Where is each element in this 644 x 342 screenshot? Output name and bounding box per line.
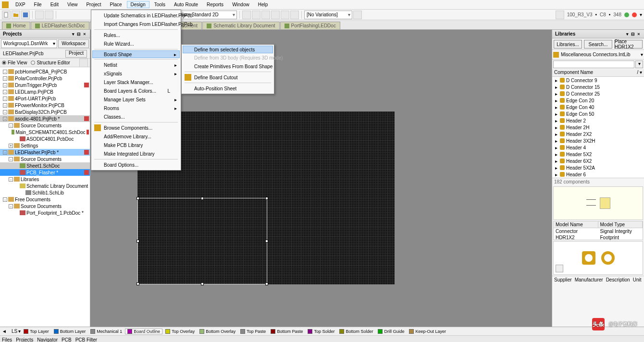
component-item[interactable]: ▸Header 3X2H: [552, 137, 644, 144]
tree-item[interactable]: -Source Documents: [0, 203, 90, 209]
tree-item[interactable]: -Libraries: [0, 176, 90, 183]
component-item[interactable]: ▸D Connector 25: [552, 90, 644, 97]
layer-tab[interactable]: Drill Guide: [376, 329, 406, 334]
search-button[interactable]: Search...: [584, 40, 612, 49]
component-item[interactable]: ▸Edge Con 20: [552, 97, 644, 104]
resize-handle[interactable]: [265, 282, 268, 285]
resize-handle[interactable]: [265, 240, 268, 243]
menu-file[interactable]: File: [30, 1, 46, 8]
layer-tab[interactable]: Mechanical 1: [88, 329, 124, 334]
layer-tab[interactable]: Bottom Paste: [269, 329, 305, 334]
chevron-down-icon[interactable]: ▾: [640, 12, 642, 17]
tree-item[interactable]: -4Port-UART.PrjPcb: [0, 95, 90, 102]
menu-item[interactable]: Netlist▸: [92, 61, 180, 69]
expand-icon[interactable]: -: [3, 150, 7, 155]
menu-item[interactable]: Layer Stack Manager...: [92, 78, 180, 86]
tree-item[interactable]: -PolarController.PrjPcb: [0, 75, 90, 82]
component-item[interactable]: ▸Header 6: [552, 171, 644, 178]
menu-item[interactable]: Rooms▸: [92, 104, 180, 112]
menu-item[interactable]: Rule Wizard...: [92, 39, 180, 48]
component-item[interactable]: ▸Header 2: [552, 117, 644, 124]
layer-tab[interactable]: Bottom Layer: [52, 329, 88, 334]
expand-icon[interactable]: -: [3, 70, 7, 74]
tool-icon[interactable]: [242, 11, 251, 19]
menu-item[interactable]: Make Integrated Library: [92, 149, 180, 158]
library-filter-input[interactable]: [553, 61, 634, 68]
component-item[interactable]: ▸D Connector 15: [552, 84, 644, 90]
open-icon[interactable]: [12, 11, 20, 19]
project-tree[interactable]: -pcbHomePCBA_PrjPCB-PolarController.PrjP…: [0, 67, 90, 327]
menu-reports[interactable]: Reports: [203, 1, 227, 8]
tree-item[interactable]: PCB_Flasher *: [0, 169, 90, 176]
model-table[interactable]: Model NameModel Type ConnectorSignal Int…: [553, 221, 643, 240]
doc-tab[interactable]: PortFlashingLEDDoc: [280, 22, 340, 29]
tree-item[interactable]: -Free Documents: [0, 196, 90, 203]
menu-item[interactable]: Define Board Cutout: [183, 73, 273, 82]
resize-handle[interactable]: [265, 197, 268, 200]
layer-tab[interactable]: Top Layer: [22, 329, 51, 334]
structure-editor-tab[interactable]: Structure Editor: [31, 60, 70, 65]
menu-tools[interactable]: Tools: [150, 1, 169, 8]
menu-item[interactable]: Manage Layer Sets▸: [92, 95, 180, 104]
layer-tab[interactable]: Top Paste: [238, 329, 268, 334]
file-view-tab[interactable]: File View: [2, 60, 27, 65]
menu-project[interactable]: Project: [82, 1, 105, 8]
menu-dxp[interactable]: DXP: [12, 1, 29, 8]
save-icon[interactable]: [21, 11, 30, 19]
menu-item[interactable]: Define from selected objects: [183, 46, 273, 53]
menu-item[interactable]: Make PCB Library: [92, 141, 180, 149]
tree-item[interactable]: Schematic Library Document: [0, 183, 90, 189]
resize-handle[interactable]: [136, 240, 139, 243]
menu-item[interactable]: Import Changes From LEDFlasher.PrjPcb: [92, 20, 180, 28]
panel-tab[interactable]: PCB Filter: [75, 337, 98, 342]
menu-item[interactable]: Update Schematics in LEDFlasher.PrjPcb: [92, 11, 180, 20]
tree-item[interactable]: Main_SCHEMATIC4801.SchDoc: [0, 129, 90, 135]
tree-item[interactable]: -Source Documents: [0, 122, 90, 129]
panel-tab[interactable]: Projects: [16, 337, 33, 342]
component-item[interactable]: ▸Header 5X2: [552, 151, 644, 158]
tool-icon[interactable]: [252, 11, 260, 19]
supplier-tab[interactable]: Unit: [633, 277, 642, 283]
menu-item[interactable]: Board Layers & Colors...L: [92, 86, 180, 95]
resize-handle[interactable]: [201, 197, 204, 200]
tree-item[interactable]: -FPowerMonitor.PrjPCB: [0, 102, 90, 109]
tree-item[interactable]: +Settings: [0, 142, 90, 149]
resize-handle[interactable]: [136, 197, 139, 200]
tree-item[interactable]: Schlib1.SchLib: [0, 189, 90, 196]
component-item[interactable]: ▸Header 2H: [552, 124, 644, 131]
close-icon[interactable]: ×: [636, 32, 641, 37]
pin-icon[interactable]: ⊟: [76, 32, 81, 37]
menu-item[interactable]: Board Options...: [92, 160, 180, 169]
layer-tab[interactable]: Board Outline: [125, 329, 162, 334]
panel-tab[interactable]: Files: [2, 337, 12, 342]
menu-help[interactable]: Help: [254, 1, 272, 8]
expand-icon[interactable]: -: [3, 76, 7, 81]
expand-icon[interactable]: -: [3, 117, 7, 121]
menu-item[interactable]: Auto-Position Sheet: [183, 84, 273, 93]
menu-item[interactable]: Board Shape▸: [92, 50, 180, 58]
expand-icon[interactable]: -: [3, 97, 7, 101]
menu-item[interactable]: Create Primitives From Board Shape: [183, 62, 273, 71]
component-item[interactable]: ▸Header 5X2A: [552, 164, 644, 171]
expand-icon[interactable]: -: [9, 177, 13, 182]
supplier-tab[interactable]: Supplier: [554, 277, 572, 283]
selection-rect[interactable]: [137, 198, 267, 284]
dropdown-icon[interactable]: ▾: [625, 32, 630, 37]
tree-item[interactable]: -asodic-4801.PrjPcb *: [0, 115, 90, 122]
panel-tab[interactable]: PCB: [62, 337, 72, 342]
tree-item[interactable]: -Source Documents: [0, 156, 90, 162]
resize-handle[interactable]: [201, 282, 204, 285]
component-item[interactable]: ▸Edge Con 40: [552, 104, 644, 110]
chart-icon[interactable]: [556, 11, 564, 19]
doc-tab[interactable]: LEDFlasher.SchDoc: [31, 22, 89, 29]
layer-tab[interactable]: Keep-Out Layer: [407, 329, 448, 334]
variations-dropdown[interactable]: [No Variations]: [304, 11, 352, 19]
workspace-combo[interactable]: Workgroup1.DsnWrk: [1, 39, 57, 48]
tree-item[interactable]: -pcbHomePCBA_PrjPCB: [0, 68, 90, 75]
menu-item[interactable]: Browse Components...: [92, 123, 180, 132]
resize-handle[interactable]: [136, 282, 139, 285]
tree-item[interactable]: -BarDisplay32Ch.PrjPCB: [0, 109, 90, 115]
menu-item[interactable]: Classes...: [92, 112, 180, 121]
supplier-tab[interactable]: Description: [606, 277, 630, 283]
layer-tab[interactable]: Bottom Overlay: [198, 329, 237, 334]
